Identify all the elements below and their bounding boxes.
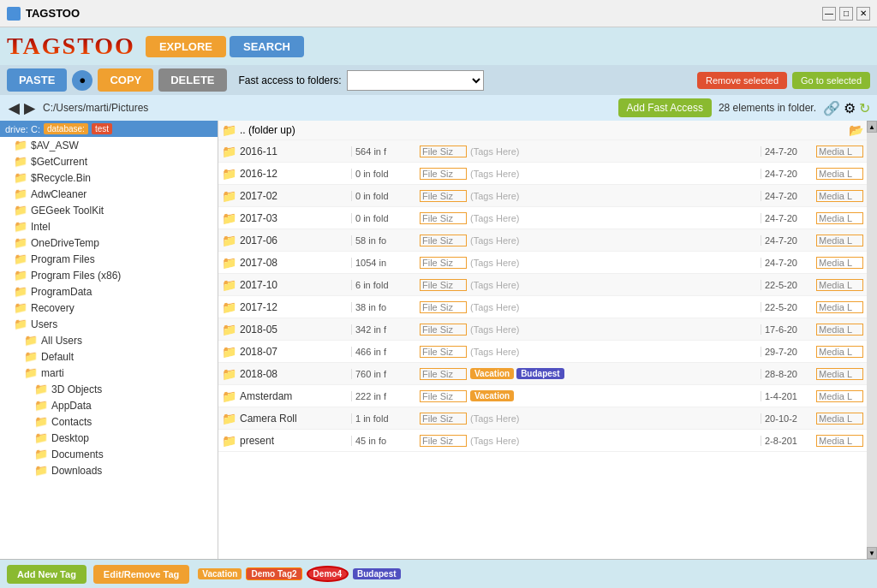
file-date: 2-8-201 (761, 436, 816, 446)
tag-badge-demo-tag[interactable]: Demo Tag2 (246, 567, 301, 580)
table-row[interactable]: 📁 2018-08 760 in f File Siz Vacation Bud… (218, 363, 867, 385)
sidebar-item-label: $AV_ASW (31, 140, 79, 151)
folder-icon: 📁 (222, 389, 236, 403)
sidebar-item-gegeek[interactable]: 📁 GEGeek ToolKit (0, 202, 218, 218)
tab-search[interactable]: SEARCH (230, 36, 304, 57)
scrollbar[interactable]: ▲ ▼ (867, 121, 877, 559)
file-size: File Siz (420, 279, 467, 291)
file-tags: (Tags Here) (467, 191, 761, 201)
scroll-track[interactable] (867, 133, 877, 547)
table-row[interactable]: 📁 present 45 in fo File Siz (Tags Here) … (218, 430, 867, 452)
file-tags: (Tags Here) (467, 347, 761, 357)
app-title: TAGSTOO (26, 7, 80, 20)
sidebar-item-adwcleaner[interactable]: 📁 AdwCleaner (0, 186, 218, 202)
file-size: File Siz (420, 324, 467, 336)
refresh-icon[interactable]: ↻ (859, 100, 870, 116)
sidebar-item-recovery[interactable]: 📁 Recovery (0, 300, 218, 316)
table-row[interactable]: 📁 Amsterdam 222 in f File Siz Vacation 1… (218, 385, 867, 407)
file-date: 24-7-20 (761, 146, 816, 157)
file-size: File Siz (420, 435, 467, 447)
folder-icon: 📁 (222, 434, 236, 448)
delete-button[interactable]: DELETE (158, 68, 226, 92)
file-name: 2016-11 (240, 146, 351, 157)
fast-access-select[interactable] (347, 70, 484, 91)
link-icon[interactable]: 🔗 (823, 100, 840, 116)
remove-selected-button[interactable]: Remove selected (697, 72, 787, 89)
folder-icon: 📁 (24, 366, 38, 379)
sidebar-item-3dobjects[interactable]: 📁 3D Objects (0, 381, 218, 397)
sidebar-item-recycle[interactable]: 📁 $Recycle.Bin (0, 169, 218, 186)
table-row[interactable]: 📁 2018-07 466 in f File Siz (Tags Here) … (218, 341, 867, 363)
file-size: File Siz (420, 257, 467, 269)
sidebar-drive[interactable]: drive: C: database: test (0, 121, 218, 137)
file-media: Media L (816, 212, 863, 224)
file-name: Amsterdam (240, 390, 351, 402)
table-row[interactable]: 📁 2016-11 564 in f File Siz (Tags Here) … (218, 140, 867, 163)
tag-badge-budapest[interactable]: Budapest (353, 568, 401, 579)
table-row[interactable]: 📁 Camera Roll 1 in fold File Siz (Tags H… (218, 407, 867, 430)
table-row[interactable]: 📁 2017-06 58 in fo File Siz (Tags Here) … (218, 229, 867, 252)
add-new-tag-button[interactable]: Add New Tag (7, 565, 87, 584)
folder-icon: 📁 (222, 256, 236, 270)
copy-button[interactable]: COPY (98, 68, 153, 92)
sidebar-item-onedrive[interactable]: 📁 OneDriveTemp (0, 235, 218, 251)
table-row[interactable]: 📁 2017-02 0 in fold File Siz (Tags Here)… (218, 185, 867, 207)
scroll-down-button[interactable]: ▼ (867, 547, 877, 559)
sidebar-item-contacts[interactable]: 📁 Contacts (0, 413, 218, 430)
options-icon[interactable]: ⚙ (844, 100, 856, 116)
file-name: 2017-03 (240, 212, 351, 224)
file-date: 24-7-20 (761, 191, 816, 201)
minimize-button[interactable]: — (822, 7, 836, 21)
go-to-selected-button[interactable]: Go to selected (792, 72, 870, 89)
sidebar-item-default[interactable]: 📁 Default (0, 348, 218, 365)
tag-badge-demo4[interactable]: Demo4 (307, 566, 349, 582)
sidebar-item-desktop[interactable]: 📁 Desktop (0, 430, 218, 446)
table-row[interactable]: 📁 2017-03 0 in fold File Siz (Tags Here)… (218, 207, 867, 229)
sidebar-item-all-users[interactable]: 📁 All Users (0, 332, 218, 348)
paste-button[interactable]: PASTE (7, 68, 67, 92)
folder-icon: 📁 (222, 167, 236, 181)
copy-toggle[interactable]: ● (72, 70, 92, 91)
sidebar-item-documents[interactable]: 📁 Documents (0, 446, 218, 462)
sidebar-item-users[interactable]: 📁 Users (0, 316, 218, 332)
sidebar-item-programdata[interactable]: 📁 ProgramData (0, 283, 218, 300)
sidebar[interactable]: drive: C: database: test 📁 $AV_ASW 📁 $Ge… (0, 121, 218, 559)
file-count: 0 in fold (351, 191, 420, 201)
sidebar-item-getcurrent[interactable]: 📁 $GetCurrent (0, 153, 218, 169)
back-button[interactable]: ◀ (7, 100, 21, 116)
sidebar-item-av-asw[interactable]: 📁 $AV_ASW (0, 137, 218, 153)
sidebar-item-appdata[interactable]: 📁 AppData (0, 397, 218, 413)
folder-icon: 📁 (14, 236, 27, 249)
table-row[interactable]: 📁 2017-08 1054 in File Siz (Tags Here) 2… (218, 252, 867, 274)
file-size: File Siz (420, 368, 467, 380)
table-row[interactable]: 📁 2016-12 0 in fold File Siz (Tags Here)… (218, 163, 867, 185)
folder-icon: 📁 (34, 448, 48, 460)
sidebar-item-program-files[interactable]: 📁 Program Files (0, 251, 218, 267)
edit-remove-tag-button[interactable]: Edit/Remove Tag (93, 565, 189, 584)
sidebar-item-marti[interactable]: 📁 marti (0, 365, 218, 381)
sidebar-item-downloads[interactable]: 📁 Downloads (0, 462, 218, 478)
file-name: 2018-07 (240, 346, 351, 358)
add-fast-access-button[interactable]: Add Fast Access (618, 98, 712, 117)
sidebar-item-label: 3D Objects (51, 383, 102, 395)
sidebar-item-program-files-x86[interactable]: 📁 Program Files (x86) (0, 267, 218, 283)
tag-badge-vacation[interactable]: Vacation (198, 568, 242, 579)
table-row[interactable]: 📁 2018-05 342 in f File Siz (Tags Here) … (218, 318, 867, 341)
file-list[interactable]: 📁 .. (folder up) 📂 📁 2016-11 564 in f Fi… (218, 121, 867, 559)
scroll-up-button[interactable]: ▲ (867, 121, 877, 133)
table-row[interactable]: 📁 2017-12 38 in fo File Siz (Tags Here) … (218, 296, 867, 318)
file-date: 22-5-20 (761, 280, 816, 290)
close-button[interactable]: ✕ (856, 7, 870, 21)
nav-tabs: EXPLORE SEARCH (146, 36, 304, 57)
bottom-bar: Add New Tag Edit/Remove Tag Vacation Dem… (0, 559, 877, 588)
tab-explore[interactable]: EXPLORE (146, 36, 226, 57)
sidebar-item-intel[interactable]: 📁 Intel (0, 218, 218, 235)
maximize-button[interactable]: □ (839, 7, 853, 21)
folder-icon: 📁 (222, 412, 236, 425)
folder-up-row[interactable]: 📁 .. (folder up) 📂 (218, 121, 867, 140)
folder-icon: 📁 (222, 367, 236, 381)
content-area: drive: C: database: test 📁 $AV_ASW 📁 $Ge… (0, 121, 877, 559)
fast-access-label: Fast access to folders: (239, 74, 342, 86)
table-row[interactable]: 📁 2017-10 6 in fold File Siz (Tags Here)… (218, 274, 867, 296)
forward-button[interactable]: ▶ (22, 100, 36, 116)
